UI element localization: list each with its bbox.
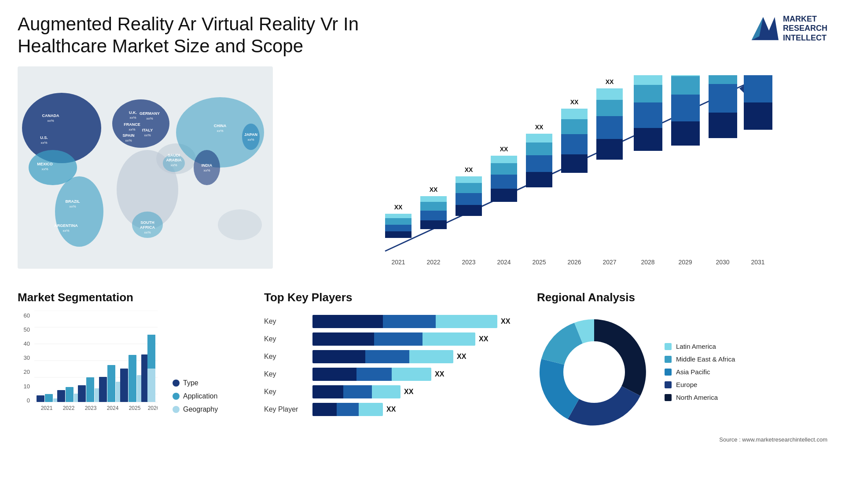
svg-text:xx%: xx% <box>62 229 69 233</box>
map-container: CANADA xx% U.S. xx% MEXICO xx% BRAZIL xx… <box>18 66 273 278</box>
svg-rect-75 <box>526 142 552 155</box>
svg-text:xx%: xx% <box>47 119 54 123</box>
svg-rect-68 <box>491 175 517 189</box>
svg-rect-82 <box>561 109 588 119</box>
legend-geography-dot <box>173 406 180 413</box>
legend-north-america: North America <box>665 394 735 401</box>
svg-text:xx%: xx% <box>125 139 132 142</box>
svg-rect-105 <box>709 75 737 84</box>
svg-text:2023: 2023 <box>462 259 475 266</box>
page: Augmented Reality Ar Virtual Reality Vr … <box>0 0 845 504</box>
svg-rect-128 <box>78 385 86 402</box>
main-grid: CANADA xx% U.S. xx% MEXICO xx% BRAZIL xx… <box>18 66 827 443</box>
svg-rect-51 <box>385 218 411 225</box>
svg-rect-129 <box>86 377 94 402</box>
svg-rect-98 <box>671 95 700 121</box>
svg-rect-94 <box>634 75 662 85</box>
svg-rect-123 <box>45 394 53 402</box>
svg-rect-104 <box>709 84 737 113</box>
svg-rect-57 <box>420 202 447 211</box>
svg-text:2025: 2025 <box>532 259 546 266</box>
svg-rect-64 <box>456 176 482 183</box>
logo-area: MARKET RESEARCH INTELLECT <box>748 13 827 44</box>
svg-text:SPAIN: SPAIN <box>123 133 135 138</box>
svg-text:U.K.: U.K. <box>129 110 137 115</box>
regional-legend: Latin America Middle East & Africa Asia … <box>665 343 735 401</box>
players-rows: Key XX Key <box>264 315 519 416</box>
players-title: Top Key Players <box>264 291 519 304</box>
svg-text:ITALY: ITALY <box>142 128 153 132</box>
svg-rect-97 <box>671 121 700 146</box>
page-title: Augmented Reality Ar Virtual Reality Vr … <box>18 13 414 58</box>
svg-rect-62 <box>456 193 482 205</box>
svg-text:xx%: xx% <box>247 138 254 142</box>
svg-rect-131 <box>99 377 107 402</box>
svg-rect-91 <box>634 128 662 151</box>
svg-rect-56 <box>420 211 447 220</box>
svg-text:2029: 2029 <box>678 259 692 266</box>
list-item: Key Player XX <box>264 403 519 416</box>
segmentation-title: Market Segmentation <box>18 291 246 304</box>
world-map-svg: CANADA xx% U.S. xx% MEXICO xx% BRAZIL xx… <box>18 66 273 269</box>
regional-title: Regional Analysis <box>537 291 827 304</box>
svg-text:2028: 2028 <box>641 259 654 266</box>
bar-chart-area: XX 2021 XX 2022 <box>295 66 827 278</box>
svg-rect-141 <box>147 335 155 369</box>
svg-text:CHINA: CHINA <box>214 124 227 128</box>
svg-text:2022: 2022 <box>63 405 75 411</box>
svg-rect-49 <box>385 231 411 238</box>
list-item: Key XX <box>264 368 519 381</box>
svg-rect-58 <box>420 196 447 202</box>
svg-rect-132 <box>107 365 115 402</box>
svg-text:xx%: xx% <box>146 117 153 121</box>
svg-text:BRAZIL: BRAZIL <box>66 199 80 204</box>
legend-application: Application <box>173 392 218 400</box>
svg-rect-85 <box>596 139 623 160</box>
svg-rect-67 <box>491 189 517 202</box>
svg-rect-70 <box>491 156 517 163</box>
svg-point-13 <box>242 124 260 150</box>
svg-rect-142 <box>147 369 155 402</box>
brand-icon <box>748 13 779 44</box>
legend-europe: Europe <box>665 381 735 388</box>
svg-rect-88 <box>596 88 623 100</box>
chart-section: XX 2021 XX 2022 <box>286 66 827 278</box>
svg-rect-125 <box>57 390 65 402</box>
legend-type-dot <box>173 380 180 387</box>
svg-text:XX: XX <box>465 166 473 173</box>
svg-text:FRANCE: FRANCE <box>124 122 140 127</box>
svg-text:2024: 2024 <box>497 259 511 266</box>
svg-rect-93 <box>634 85 662 102</box>
svg-rect-76 <box>526 134 552 142</box>
svg-text:U.S.: U.S. <box>40 135 48 140</box>
list-item: Key XX <box>264 332 519 346</box>
svg-rect-50 <box>385 225 411 231</box>
svg-rect-80 <box>561 134 588 154</box>
header: Augmented Reality Ar Virtual Reality Vr … <box>18 13 827 58</box>
svg-text:2021: 2021 <box>391 259 405 266</box>
legend-application-dot <box>173 393 180 400</box>
svg-rect-61 <box>456 205 482 216</box>
svg-text:MEXICO: MEXICO <box>37 162 53 166</box>
svg-text:xx%: xx% <box>144 133 151 137</box>
legend-type: Type <box>173 379 218 387</box>
source-text: Source : www.marketresearchintellect.com <box>537 436 827 443</box>
svg-text:2023: 2023 <box>85 405 97 411</box>
svg-rect-134 <box>120 369 128 402</box>
svg-text:CANADA: CANADA <box>42 113 59 118</box>
brand-name: MARKET RESEARCH INTELLECT <box>783 15 827 43</box>
svg-rect-100 <box>671 75 700 76</box>
bottom-grid: Market Segmentation 60 50 40 30 20 10 0 <box>18 291 827 443</box>
svg-point-6 <box>112 99 169 148</box>
svg-rect-110 <box>744 75 772 102</box>
svg-text:2024: 2024 <box>107 405 119 411</box>
svg-text:JAPAN: JAPAN <box>244 132 257 137</box>
svg-text:SOUTH: SOUTH <box>140 220 154 225</box>
svg-text:2021: 2021 <box>41 405 53 411</box>
svg-text:ARABIA: ARABIA <box>166 158 182 162</box>
svg-text:2026: 2026 <box>567 259 581 266</box>
svg-rect-135 <box>129 355 136 402</box>
svg-rect-122 <box>37 395 44 402</box>
svg-text:ARGENTINA: ARGENTINA <box>54 223 78 228</box>
svg-text:xx%: xx% <box>129 128 135 131</box>
